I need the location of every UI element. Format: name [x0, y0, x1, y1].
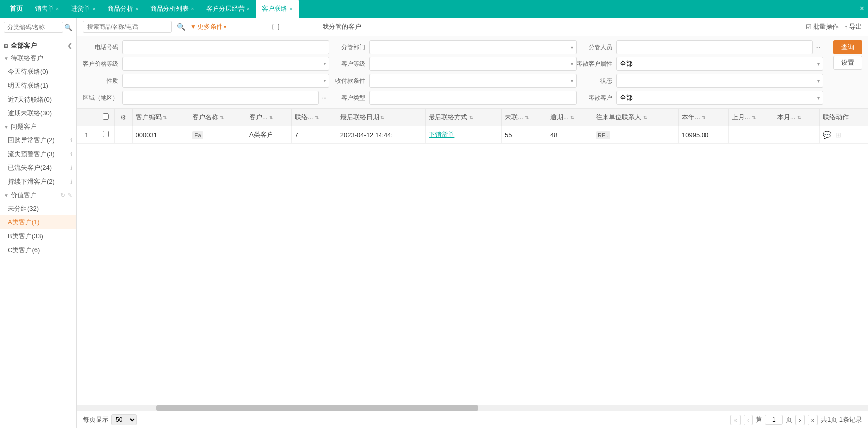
select-all-checkbox[interactable] [103, 113, 109, 120]
sidebar-item-a-class[interactable]: A类客户(1) [0, 215, 76, 229]
nav-goods-analysis-list[interactable]: 商品分析列表 × [144, 0, 200, 18]
nav-customer-contact[interactable]: 客户联络 × [256, 0, 298, 18]
col-no-contact[interactable]: 未联... ⇅ [501, 109, 547, 126]
filter-payment-terms-select[interactable]: ▾ [369, 74, 576, 88]
col-settings[interactable]: ⚙ [114, 109, 132, 126]
filter-customer-level-chevron: ▾ [571, 61, 573, 67]
declining-customer-label: 持续下滑客户(2) [8, 177, 54, 187]
row-checkbox[interactable] [103, 131, 109, 137]
nav-purchase-close[interactable]: × [92, 0, 95, 18]
sidebar-search-button[interactable]: 🔍 [64, 24, 72, 31]
my-customers-checkbox-label[interactable]: 我分管的客户 [231, 22, 361, 31]
filter-person-more-btn[interactable]: ··· [813, 44, 823, 51]
filter-region-input[interactable] [122, 91, 319, 105]
filter-dept-select[interactable]: ▾ [369, 40, 576, 54]
col-company-contact[interactable]: 往来单位联系人 ⇅ [593, 109, 678, 126]
nav-customer-contact-label: 客户联络 [262, 0, 287, 18]
sidebar-item-7day-contact[interactable]: 近7天待联络(0) [0, 93, 76, 107]
filter-phone-input[interactable] [122, 40, 329, 54]
global-close-button[interactable]: × [860, 4, 864, 13]
sidebar-search-input[interactable] [4, 22, 63, 33]
search-button[interactable]: 🔍 [177, 23, 185, 31]
nav-goods-analysis[interactable]: 商品分析 × [102, 0, 144, 18]
sidebar-item-repurchase-anomaly[interactable]: 回购异常客户(2) ℹ [0, 133, 76, 147]
col-customer-name[interactable]: 客户名称 ⇅ [189, 109, 246, 126]
sidebar-item-c-class[interactable]: C类客户(6) [0, 243, 76, 257]
filter-status: 状态 ▾ [577, 74, 823, 88]
settings-button[interactable]: 设置 [833, 56, 862, 70]
a-class-label: A类客户(1) [8, 217, 40, 227]
nav-purchase-label: 进货单 [71, 0, 90, 18]
filter-price-level: 客户价格等级 ▾ [83, 57, 329, 71]
sidebar-group-pending-contact[interactable]: ▼ 待联络客户 [0, 52, 76, 65]
export-button[interactable]: ↑ 导出 [845, 22, 863, 31]
search-input[interactable] [83, 21, 172, 33]
prev-group-btn[interactable]: « [730, 415, 741, 425]
page-size-select[interactable]: 20 50 100 [111, 414, 137, 425]
filter-region-more-btn[interactable]: ··· [319, 94, 329, 101]
scrollbar-thumb[interactable] [156, 405, 478, 411]
col-action: 联络动作 [819, 109, 868, 126]
filter-nature-label: 性质 [83, 77, 122, 85]
cell-last-contact-method[interactable]: 下销货单 [426, 126, 502, 144]
cell-checkbox[interactable] [97, 126, 114, 144]
sidebar-item-overdue-contact[interactable]: 逾期未联络(30) [0, 107, 76, 120]
filter-retail-attr-chevron: ▾ [817, 61, 820, 67]
value-customer-edit-icon[interactable]: ✎ [67, 192, 72, 199]
filter-status-select[interactable]: ▾ [616, 74, 823, 88]
sidebar-group-problem-customer[interactable]: ▼ 问题客户 [0, 120, 76, 133]
filter-nature-select[interactable]: ▾ [122, 74, 329, 88]
value-customer-refresh-icon[interactable]: ↻ [60, 192, 65, 199]
col-last-contact-method[interactable]: 最后联络方式 ⇅ [426, 109, 502, 126]
sidebar-item-lost-customer[interactable]: 已流失客户(24) ℹ [0, 161, 76, 175]
row-action-chat-icon[interactable]: 💬 [823, 131, 831, 139]
row-action-qr-icon[interactable]: ⊞ [835, 131, 841, 139]
col-last-contact-date[interactable]: 最后联络日期 ⇅ [337, 109, 426, 126]
filter-customer-type-input[interactable] [369, 91, 576, 105]
nav-goods-analysis-close[interactable]: × [135, 0, 138, 18]
table-footer: 每页显示 20 50 100 « ‹ 第 页 › » 共1页 1条记录 [77, 411, 868, 428]
my-customers-checkbox[interactable] [231, 24, 321, 30]
next-group-btn[interactable]: » [808, 415, 818, 425]
sidebar-item-churn-warning[interactable]: 流失预警客户(3) ℹ [0, 147, 76, 161]
table-header-row: ⚙ 客户编码 ⇅ 客户名称 ⇅ 客户... ⇅ 联络... ⇅ 最后联络日期 ⇅… [77, 109, 868, 126]
nav-customer-segment[interactable]: 客户分层经营 × [200, 0, 256, 18]
sidebar-item-ungrouped[interactable]: 未分组(32) [0, 202, 76, 215]
horizontal-scrollbar[interactable] [77, 405, 868, 411]
sidebar-item-tomorrow-contact[interactable]: 明天待联络(1) [0, 79, 76, 93]
page-input[interactable] [765, 415, 783, 425]
filter-price-level-select[interactable]: ▾ [122, 57, 329, 71]
col-customer-type[interactable]: 客户... ⇅ [246, 109, 291, 126]
last-contact-method-link[interactable]: 下销货单 [429, 131, 454, 138]
nav-sales[interactable]: 销售单 × [29, 0, 65, 18]
nav-purchase[interactable]: 进货单 × [65, 0, 101, 18]
sidebar-collapse-button[interactable]: ❮ [67, 42, 72, 49]
nav-goods-analysis-list-close[interactable]: × [191, 0, 194, 18]
col-this-month[interactable]: 本月... ⇅ [774, 109, 819, 126]
filter-customer-level-select[interactable]: ▾ [369, 57, 576, 71]
col-customer-code[interactable]: 客户编码 ⇅ [132, 109, 189, 126]
nav-sales-close[interactable]: × [56, 0, 59, 18]
prev-btn[interactable]: ‹ [744, 415, 753, 425]
filter-retail-customer-select[interactable]: 全部 ▾ [616, 91, 823, 105]
col-overdue[interactable]: 逾期... ⇅ [547, 109, 593, 126]
nav-customer-segment-close[interactable]: × [247, 0, 250, 18]
filter-person-input[interactable] [616, 40, 813, 54]
filter-retail-attr-select[interactable]: 全部 ▾ [616, 57, 823, 71]
next-btn[interactable]: › [795, 415, 804, 425]
col-this-year[interactable]: 本年... ⇅ [679, 109, 729, 126]
nav-home[interactable]: 首页 [4, 0, 29, 18]
sidebar-item-today-contact[interactable]: 今天待联络(0) [0, 65, 76, 79]
batch-op-button[interactable]: ☑ 批量操作 [806, 22, 839, 31]
nav-customer-contact-close[interactable]: × [289, 0, 292, 18]
sidebar-item-b-class[interactable]: B类客户(33) [0, 229, 76, 243]
sidebar-item-declining-customer[interactable]: 持续下滑客户(2) ℹ [0, 175, 76, 189]
col-contact[interactable]: 联络... ⇅ [291, 109, 337, 126]
col-last-month[interactable]: 上月... ⇅ [728, 109, 774, 126]
nav-goods-analysis-list-label: 商品分析列表 [150, 0, 189, 18]
more-filters-button[interactable]: ▼ 更多条件 ▾ [190, 22, 226, 31]
sidebar-group-value-customer[interactable]: ▼ 价值客户 ↻ ✎ [0, 189, 76, 202]
filter-row-2: 客户价格等级 ▾ 客户等级 ▾ [83, 57, 823, 71]
cell-no-contact: 55 [501, 126, 547, 144]
query-button[interactable]: 查询 [833, 40, 862, 54]
